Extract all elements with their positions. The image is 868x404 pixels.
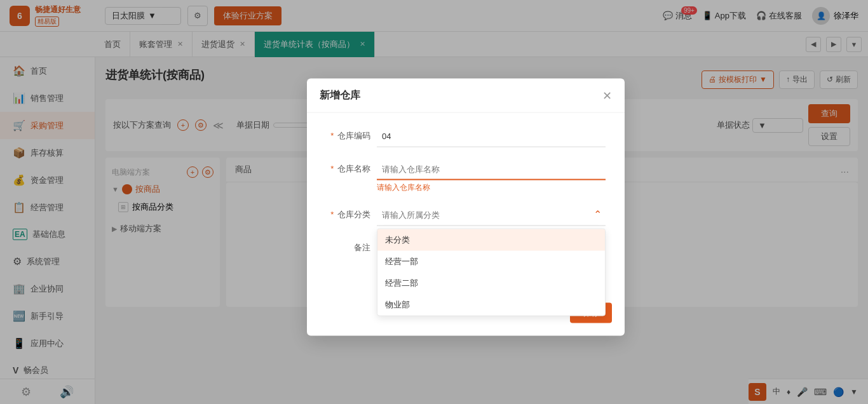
category-input[interactable] [377,205,606,226]
dropdown-item-property[interactable]: 物业部 [377,294,605,316]
name-error-msg: 请输入仓库名称 [377,182,606,193]
dropdown-item-unclassified[interactable]: 未分类 [377,229,605,251]
modal-body: * 仓库编码 * 仓库名称 请输入仓库名称 * 仓库分类 [307,113,625,295]
category-label: * 仓库分类 [326,205,377,220]
category-dropdown-list: 未分类 经营一部 经营二部 物业部 [377,229,606,316]
category-field-wrap: ⌃ 未分类 经营一部 经营二部 物业部 [377,205,606,226]
remarks-label: 备注 [326,238,377,253]
add-warehouse-modal: 新增仓库 ✕ * 仓库编码 * 仓库名称 请输入仓库名称 [307,79,625,336]
modal-header: 新增仓库 ✕ [307,79,625,113]
name-field-wrap: 请输入仓库名称 [377,159,606,193]
modal-title: 新增仓库 [320,89,360,102]
name-label: * 仓库名称 [326,159,377,175]
form-row-category: * 仓库分类 ⌃ 未分类 经营一部 经营二部 物业部 [326,205,606,226]
modal-close-button[interactable]: ✕ [602,90,612,101]
code-field-wrap [377,126,606,147]
code-label: * 仓库编码 [326,126,377,142]
code-input[interactable] [377,126,606,147]
form-row-code: * 仓库编码 [326,126,606,147]
dropdown-item-dept1[interactable]: 经营一部 [377,251,605,273]
form-row-name: * 仓库名称 请输入仓库名称 [326,159,606,193]
dropdown-item-dept2[interactable]: 经营二部 [377,273,605,294]
category-dropdown-icon[interactable]: ⌃ [593,208,602,220]
name-input[interactable] [377,159,606,180]
